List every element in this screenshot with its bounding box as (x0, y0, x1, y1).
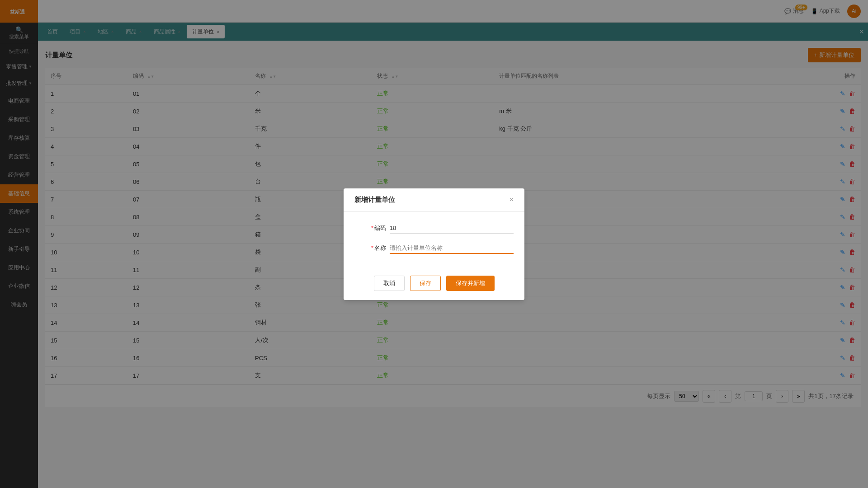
save-button[interactable]: 保存 (410, 276, 441, 291)
form-row-code: *编码 (354, 223, 514, 234)
required-mark: * (371, 225, 373, 231)
modal-footer: 取消 保存 保存并新增 (344, 270, 524, 300)
form-row-name: *名称 (354, 243, 514, 254)
modal-close-button[interactable]: × (509, 196, 514, 204)
add-unit-modal: 新增计量单位 × *编码 *名称 取消 保存 保存并新增 (344, 188, 524, 300)
name-label: *名称 (354, 244, 386, 252)
modal-title: 新增计量单位 (354, 196, 395, 204)
code-input[interactable] (390, 223, 514, 234)
code-label: *编码 (354, 224, 386, 232)
modal-header: 新增计量单位 × (344, 188, 524, 212)
modal-overlay[interactable]: 新增计量单位 × *编码 *名称 取消 保存 保存并新增 (0, 0, 868, 488)
modal-body: *编码 *名称 (344, 212, 524, 270)
required-mark: * (371, 244, 373, 251)
save-continue-button[interactable]: 保存并新增 (446, 276, 495, 291)
cancel-button[interactable]: 取消 (374, 276, 405, 291)
name-input[interactable] (390, 243, 514, 254)
